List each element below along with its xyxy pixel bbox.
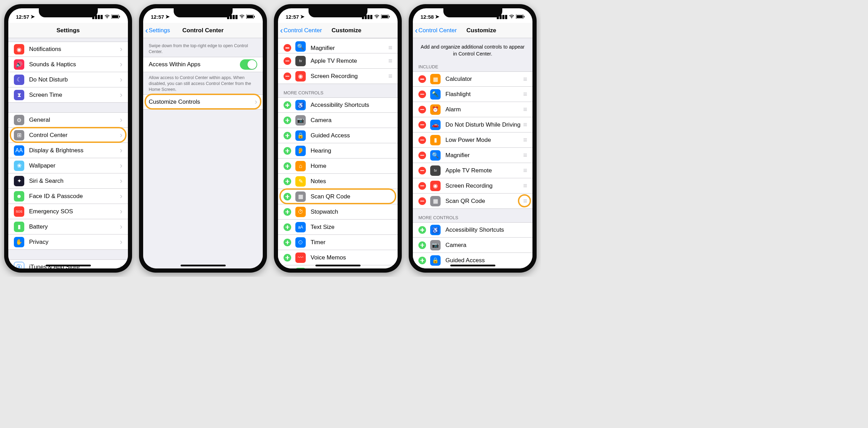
add-button[interactable] [284,132,291,139]
remove-button[interactable] [418,91,426,98]
settings-row[interactable]: ☾ Do Not Disturb › [8,72,128,87]
more-row[interactable]: ▦ Scan QR Code [278,189,398,204]
include-row[interactable]: ◉ Screen Recording ≡ [413,178,532,194]
remove-button[interactable] [418,136,426,144]
remove-button[interactable] [418,182,426,190]
remove-button[interactable] [418,167,426,174]
settings-row[interactable]: AA Display & Brightness › [8,143,128,158]
back-button[interactable]: ‹ Control Center [278,26,322,35]
customize-list[interactable]: 🔍 Magnifier ≡ tv Apple TV Remote ≡ ◉ Scr… [278,38,398,268]
more-row[interactable]: 👂 Hearing [413,268,532,268]
drag-handle-icon[interactable]: ≡ [523,90,527,98]
remove-button[interactable] [284,44,291,52]
row-icon: 📷 [295,115,306,126]
svg-rect-1 [112,15,118,18]
back-button[interactable]: ‹ Control Center [413,26,457,35]
drag-handle-icon[interactable]: ≡ [388,57,392,65]
drag-handle-icon[interactable]: ≡ [523,166,527,174]
add-button[interactable] [284,254,291,262]
cell-label: Notifications [29,46,61,53]
include-row[interactable]: ⏰ Alarm ≡ [413,102,532,117]
drag-handle-icon[interactable]: ≡ [523,105,527,113]
include-row[interactable]: 🔦 Flashlight ≡ [413,87,532,102]
settings-row[interactable]: ⧗ Screen Time › [8,87,128,103]
more-row[interactable]: 👂 Hearing [278,143,398,159]
row-icon: 🔒 [430,255,441,266]
settings-row[interactable]: ❀ Wallpaper › [8,158,128,173]
settings-row[interactable]: ▮ Battery › [8,219,128,234]
include-row[interactable]: tv Apple TV Remote ≡ [278,53,398,69]
customize-list[interactable]: Add and organize additional controls to … [413,38,532,268]
drag-handle-icon[interactable]: ≡ [523,151,527,159]
settings-row[interactable]: SOS Emergency SOS › [8,204,128,219]
home-indicator[interactable] [450,265,495,266]
add-button[interactable] [284,208,291,216]
remove-button[interactable] [284,57,291,65]
settings-list[interactable]: ◉ Notifications › 🔊 Sounds & Haptics › ☾… [8,38,128,268]
include-row[interactable]: 🔍 Magnifier ≡ [413,148,532,163]
settings-row[interactable]: ☻ Face ID & Passcode › [8,189,128,204]
settings-row[interactable]: ⊞ Control Center › [8,128,128,143]
control-center-settings[interactable]: Swipe down from the top-right edge to op… [143,38,263,268]
settings-row[interactable]: Ⓐ iTunes & App Store › [8,259,128,268]
settings-row[interactable]: ⚙ General › [8,112,128,128]
drag-handle-icon[interactable]: ≡ [523,136,527,144]
remove-button[interactable] [418,106,426,113]
cell-label: Do Not Disturb While Driving [445,121,520,128]
access-within-apps-switch[interactable] [240,59,257,70]
drag-handle-icon[interactable]: ≡ [523,75,527,83]
more-row[interactable]: 〰 Voice Memos [278,250,398,265]
home-indicator[interactable] [181,265,226,266]
drag-handle-icon[interactable]: ≡ [388,44,392,52]
drag-handle-icon[interactable]: ≡ [523,182,527,190]
row-icon: 🚗 [430,120,441,130]
include-row[interactable]: ▦ Calculator ≡ [413,71,532,87]
add-button[interactable] [418,241,426,249]
more-row[interactable]: ⌂ Home [278,159,398,174]
add-button[interactable] [284,193,291,200]
home-indicator[interactable] [46,265,91,266]
more-row[interactable]: ♿ Accessibility Shortcuts [278,97,398,113]
add-button[interactable] [284,101,291,109]
drag-handle-icon[interactable]: ≡ [523,197,527,205]
drag-handle-icon[interactable]: ≡ [523,121,527,129]
add-button[interactable] [418,257,426,264]
add-button[interactable] [284,178,291,185]
more-row[interactable]: ♿ Accessibility Shortcuts [413,222,532,238]
add-button[interactable] [284,223,291,231]
chevron-right-icon: › [120,222,122,231]
chevron-right-icon: › [120,45,122,54]
settings-row[interactable]: 🔊 Sounds & Haptics › [8,57,128,72]
include-row[interactable]: tv Apple TV Remote ≡ [413,163,532,178]
access-within-apps-row[interactable]: Access Within Apps [143,57,263,72]
remove-button[interactable] [284,72,291,80]
back-button[interactable]: ‹ Settings [143,26,170,35]
settings-row[interactable]: ✦ Siri & Search › [8,173,128,189]
more-row[interactable]: 🔒 Guided Access [278,128,398,143]
include-row[interactable]: ▦ Scan QR Code ≡ [413,194,532,209]
remove-button[interactable] [418,152,426,159]
include-row[interactable]: ▮ Low Power Mode ≡ [413,132,532,148]
drag-handle-icon[interactable]: ≡ [388,72,392,80]
remove-button[interactable] [418,197,426,205]
add-button[interactable] [284,117,291,124]
remove-button[interactable] [418,75,426,83]
settings-row[interactable]: ◉ Notifications › [8,42,128,57]
add-button[interactable] [284,162,291,170]
more-row[interactable]: ⏲ Timer [278,235,398,250]
customize-controls-row[interactable]: Customize Controls › [143,94,263,110]
add-button[interactable] [284,147,291,155]
more-row[interactable]: 📷 Camera [413,238,532,253]
more-row[interactable]: aA Text Size [278,220,398,235]
add-button[interactable] [418,226,426,234]
home-indicator[interactable] [315,265,361,266]
more-row[interactable]: ✎ Notes [278,174,398,189]
include-row[interactable]: ◉ Screen Recording ≡ [278,69,398,84]
settings-row[interactable]: ✋ Privacy › [8,234,128,250]
more-row[interactable]: 📷 Camera [278,113,398,128]
more-row[interactable]: ⏱ Stopwatch [278,204,398,220]
remove-button[interactable] [418,121,426,129]
include-row[interactable]: 🚗 Do Not Disturb While Driving ≡ [413,117,532,132]
add-button[interactable] [284,239,291,246]
include-row[interactable]: 🔍 Magnifier ≡ [278,38,398,53]
